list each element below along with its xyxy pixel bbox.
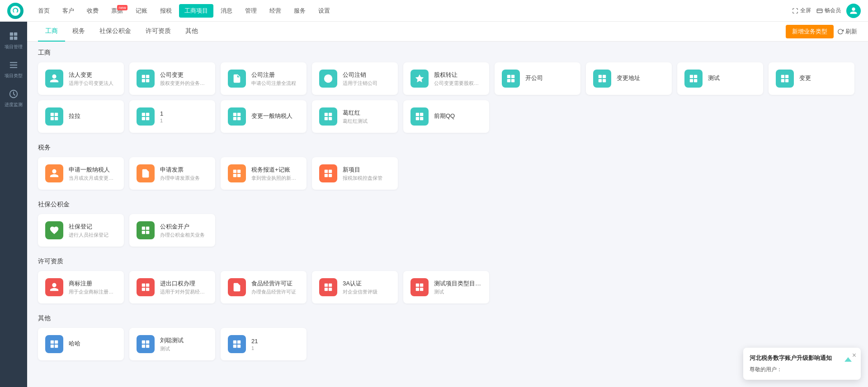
card-qianqiqq[interactable]: 前期QQ (403, 100, 489, 133)
card-desc: 办理食品经营许可证 (251, 289, 299, 295)
cards-shuiwu: 申请一般纳税人 当月或次月成变更完成 申请发票 办理申请发票业务 (38, 157, 857, 190)
svg-rect-73 (420, 288, 423, 291)
svg-rect-64 (142, 288, 145, 291)
sidebar-item-project-manage[interactable]: 项目管理 (0, 25, 27, 54)
svg-rect-2 (10, 33, 13, 36)
card-ceshi[interactable]: 测试 (677, 62, 763, 95)
card-biangeng[interactable]: 变更 (769, 62, 854, 95)
nav-message[interactable]: 消息 (215, 4, 238, 18)
card-dizhibiangeng[interactable]: 变更地址 (586, 62, 672, 95)
card-desc: 对企业信誉评级 (343, 289, 391, 295)
nav-billing[interactable]: 收费 (81, 4, 104, 18)
card-gsbiangeng[interactable]: 公司变更 股权变更外的业务变更 (129, 62, 215, 95)
kaigongsi-icon (502, 70, 520, 88)
card-one[interactable]: 1 1 (129, 100, 215, 133)
21-icon (228, 335, 246, 353)
tab-shuiwu[interactable]: 税务 (65, 22, 92, 42)
content-area: 工商 税务 社保公积金 许可资质 其他 新增业务类型 刷新 工商 (27, 22, 868, 387)
nav-bookkeeping[interactable]: 记账 (130, 4, 153, 18)
svg-rect-68 (325, 288, 328, 291)
tab-shebao[interactable]: 社保公积金 (92, 22, 138, 42)
section-title-gongshang: 工商 (38, 49, 857, 57)
svg-rect-15 (511, 75, 514, 78)
card-cslxmd[interactable]: 测试项目类型目定义 测试 (403, 271, 489, 303)
svg-rect-34 (142, 113, 145, 116)
refresh-button[interactable]: 刷新 (837, 28, 857, 36)
project-type-icon (7, 59, 20, 71)
cards-gongshang: 法人变更 适用于公司变更法人 公司变更 股权变更外的业务变更 (38, 62, 857, 133)
card-haha[interactable]: 哈哈 (38, 328, 124, 360)
nav-invoice[interactable]: 票据 new (106, 4, 128, 18)
card-gehong[interactable]: 葛红红 葛红红测试 (312, 100, 398, 133)
card-lala[interactable]: 拉拉 (38, 100, 124, 133)
cslxmd-icon (410, 278, 429, 296)
section-shebao: 社保公积金 社保登记 进行人员社保登记 (38, 200, 857, 247)
svg-rect-50 (233, 170, 236, 173)
nav-bizproject[interactable]: 工商项目 (179, 4, 213, 18)
card-zhuxiao[interactable]: 公司注销 适用于注销公司 (312, 62, 398, 95)
card-guquan[interactable]: 股权转让 公司变更需要股权转让 (403, 62, 489, 95)
card-sqfp[interactable]: 申请发票 办理申请发票业务 (129, 157, 215, 190)
notification-arrow (844, 357, 852, 362)
card-title: 变更 (799, 74, 847, 82)
swbdjz-icon (228, 164, 246, 182)
new-badge: new (117, 5, 127, 11)
card-zhuce[interactable]: 公司注册 申请公司注册全流程 (221, 62, 307, 95)
svg-rect-69 (329, 288, 332, 291)
card-spjy[interactable]: 食品经营许可证 办理食品经营许可证 (221, 271, 307, 303)
section-title-xuke: 许可资质 (38, 257, 857, 266)
card-3a[interactable]: 3A认证 对企业信誉评级 (312, 271, 398, 303)
card-faren[interactable]: 法人变更 适用于公司变更法人 (38, 62, 124, 95)
svg-rect-29 (785, 79, 788, 82)
card-desc: 用于企业商标注册服务 (69, 289, 117, 295)
sidebar-item-project-type[interactable]: 项目类型 (0, 54, 27, 83)
card-gjjkh[interactable]: 公积金开户 办理公积金相关业务 (129, 214, 215, 247)
card-kaigongsi[interactable]: 开公司 (495, 62, 580, 95)
svg-rect-8 (146, 75, 149, 78)
dizhi-icon (593, 70, 611, 88)
svg-rect-71 (420, 284, 423, 287)
nav-home[interactable]: 首页 (33, 4, 55, 18)
card-sbdj[interactable]: 社保登记 进行人员社保登记 (38, 214, 124, 247)
svg-rect-49 (420, 117, 423, 120)
nav-settings[interactable]: 设置 (313, 4, 335, 18)
svg-rect-5 (14, 37, 17, 40)
nav-service[interactable]: 服务 (288, 4, 311, 18)
nav-tax[interactable]: 报税 (155, 4, 177, 18)
card-biangengns[interactable]: 变更一般纳税人 (221, 100, 307, 133)
card-title: 变更一般纳税人 (251, 112, 299, 120)
svg-rect-16 (507, 79, 510, 82)
tab-gongshang[interactable]: 工商 (38, 22, 65, 42)
sidebar-item-progress[interactable]: 进度监测 (0, 83, 27, 112)
gsbiangeng-icon (137, 70, 155, 88)
svg-rect-52 (233, 174, 236, 177)
card-jckq[interactable]: 进出口权办理 适用于对外贸易经营者 (129, 271, 215, 303)
card-21[interactable]: 21 1 (221, 328, 307, 360)
card-title: 申请一般纳税人 (69, 166, 117, 174)
svg-rect-42 (325, 113, 328, 116)
svg-rect-18 (599, 75, 602, 78)
notification-close[interactable]: × (852, 351, 856, 359)
card-swbdjz[interactable]: 税务报道+记账 拿到营业执照的新公司 (221, 157, 307, 190)
tab-xuke[interactable]: 许可资质 (138, 22, 178, 42)
nav-manage[interactable]: 管理 (240, 4, 262, 18)
avatar[interactable] (846, 4, 861, 18)
cards-shebao: 社保登记 进行人员社保登记 公积金开户 办理公积金相关业务 (38, 214, 857, 247)
tab-qita[interactable]: 其他 (178, 22, 205, 42)
member-button[interactable]: 畅会员 (816, 7, 841, 14)
project-manage-icon (7, 30, 20, 42)
nav-operation[interactable]: 经营 (264, 4, 287, 18)
nav-customer[interactable]: 客户 (57, 4, 80, 18)
card-liucong[interactable]: 刘聪测试 测试 (129, 328, 215, 360)
logo (7, 3, 24, 19)
card-newproject[interactable]: 新项目 报税加税控盘保管 (312, 157, 398, 190)
svg-rect-53 (237, 174, 241, 177)
svg-rect-55 (329, 170, 332, 173)
card-title: 法人变更 (69, 71, 117, 79)
new-type-button[interactable]: 新增业务类型 (786, 25, 834, 38)
card-sbzc[interactable]: 商标注册 用于企业商标注册服务 (38, 271, 124, 303)
sidebar: 项目管理 项目类型 进度监测 (0, 22, 27, 387)
card-ybnsr[interactable]: 申请一般纳税人 当月或次月成变更完成 (38, 157, 124, 190)
svg-rect-80 (142, 345, 145, 348)
fullscreen-button[interactable]: 全屏 (792, 7, 811, 14)
